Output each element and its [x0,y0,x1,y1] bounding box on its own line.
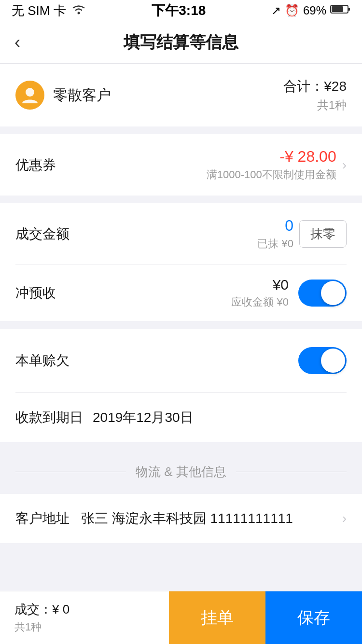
duedate-label: 收款到期日 [15,408,83,427]
debt-row: 本单赊欠 [0,329,362,392]
address-label: 客户地址 [15,509,70,528]
back-button[interactable]: ‹ [14,32,20,53]
deal-amount-value: 0 [257,217,293,235]
bottom-summary: 成交：¥ 0 共1种 [0,601,169,634]
bottom-deal-row: 成交：¥ 0 [14,601,154,618]
address-section: 客户地址 张三 海淀永丰科技园 11111111111 › [0,494,362,543]
duedate-value: 2019年12月30日 [93,408,194,427]
battery-icon [330,4,350,17]
prepayment-sub-amount: 应收金额 ¥0 [231,295,289,309]
sim-status: 无 SIM 卡 [12,2,66,19]
prepayment-toggle[interactable] [298,280,347,307]
alarm-icon: ⏰ [285,4,299,17]
customer-total: 合计：¥28 [283,77,347,96]
status-time: 下午3:18 [152,1,206,20]
prepayment-row: 冲预收 ¥0 应收金额 ¥0 [0,265,362,321]
prepayment-main-amount: ¥0 [231,277,289,293]
sep-line-left [15,472,126,472]
coupon-row[interactable]: 优惠券 -¥ 28.00 满1000-100不限制使用金额 › [0,134,362,196]
deal-amount-right: 0 已抹 ¥0 抹零 [257,217,347,251]
address-row[interactable]: 客户地址 张三 海淀永丰科技园 11111111111 › [0,494,362,543]
address-value: 张三 海淀永丰科技园 11111111111 [81,509,342,528]
logistics-label: 物流 & 其他信息 [136,463,226,480]
main-content: 零散客户 合计：¥28 共1种 优惠券 -¥ 28.00 满1000-100不限… [0,64,362,644]
deal-amount-label: 成交金额 [15,225,70,243]
page-title: 填写结算等信息 [124,31,238,54]
customer-name: 零散客户 [53,85,111,105]
svg-point-4 [26,88,34,97]
sep-line-right [236,472,347,472]
status-left: 无 SIM 卡 [12,2,86,19]
debt-label: 本单赊欠 [15,351,70,370]
coupon-section: 优惠券 -¥ 28.00 满1000-100不限制使用金额 › [0,134,362,196]
discount-desc: 满1000-100不限制使用金额 [207,168,336,182]
coupon-right: -¥ 28.00 满1000-100不限制使用金额 › [207,148,347,182]
deal-amount-sub: 已抹 ¥0 [257,237,293,251]
coupon-discount: -¥ 28.00 满1000-100不限制使用金额 [207,148,336,182]
status-right: ↗ ⏰ 69% [271,4,350,17]
address-chevron-icon: › [342,511,347,526]
customer-summary: 合计：¥28 共1种 [283,77,347,113]
debt-section: 本单赊欠 收款到期日 2019年12月30日 [0,329,362,442]
coupon-label: 优惠券 [15,156,56,174]
status-bar: 无 SIM 卡 下午3:18 ↗ ⏰ 69% [0,0,362,21]
logistics-separator: 物流 & 其他信息 [0,450,362,494]
customer-left: 零散客户 [15,81,111,110]
bottom-bar: 成交：¥ 0 共1种 挂单 保存 [0,591,362,644]
svg-rect-3 [332,6,343,12]
debt-toggle[interactable] [298,347,347,374]
bottom-count: 共1种 [14,620,154,634]
customer-count: 共1种 [283,98,347,113]
avatar [15,81,44,110]
wifi-icon [71,4,86,17]
deal-amount-block: 0 已抹 ¥0 [257,217,293,251]
duedate-row: 收款到期日 2019年12月30日 [0,393,362,442]
prepayment-label: 冲预收 [15,284,56,302]
customer-row: 零散客户 合计：¥28 共1种 [0,64,362,126]
nav-bar: ‹ 填写结算等信息 [0,21,362,64]
deal-amount-row: 成交金额 0 已抹 ¥0 抹零 [0,203,362,265]
prepayment-amounts: ¥0 应收金额 ¥0 [231,277,289,309]
discount-amount: -¥ 28.00 [207,148,336,166]
chevron-right-icon: › [342,157,347,173]
location-icon: ↗ [271,4,281,17]
round-off-button[interactable]: 抹零 [299,220,347,248]
bottom-deal-amount: ¥ 0 [52,602,70,616]
battery-percent: 69% [303,4,326,17]
deal-amount-section: 成交金额 0 已抹 ¥0 抹零 冲预收 ¥0 应收金额 ¥0 [0,203,362,321]
prepayment-right: ¥0 应收金额 ¥0 [231,277,347,309]
customer-section: 零散客户 合计：¥28 共1种 [0,64,362,126]
toggle-knob [321,281,345,305]
save-button[interactable]: 保存 [265,591,362,644]
toggle-knob-debt [321,349,345,373]
hang-button[interactable]: 挂单 [169,591,265,644]
svg-rect-2 [348,8,350,11]
svg-point-0 [77,12,80,14]
bottom-deal-label: 成交： [14,602,52,616]
